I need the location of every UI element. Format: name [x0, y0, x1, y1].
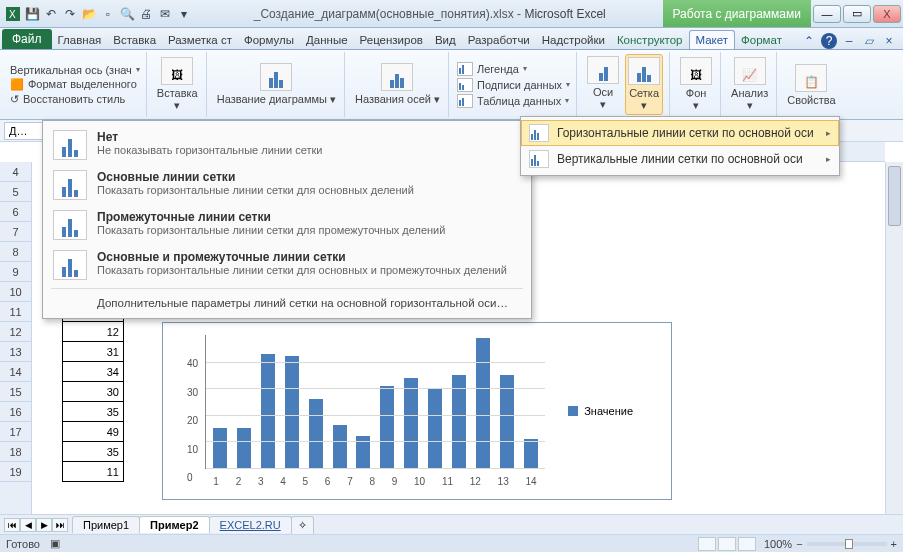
- chart-bar[interactable]: [476, 338, 490, 468]
- doc-restore-icon[interactable]: ▱: [861, 33, 877, 49]
- data-table-button[interactable]: Таблица данных ▾: [457, 93, 570, 109]
- row-header[interactable]: 13: [0, 342, 31, 362]
- page-layout-view-icon[interactable]: [718, 537, 736, 551]
- tab-insert[interactable]: Вставка: [107, 31, 162, 49]
- horizontal-gridlines-item[interactable]: Горизонтальные линии сетки по основной о…: [521, 120, 839, 146]
- gridlines-minor-item[interactable]: Промежуточные линии сеткиПоказать горизо…: [43, 205, 531, 245]
- analysis-button[interactable]: 📈 Анализ▾: [729, 55, 770, 114]
- row-header[interactable]: 12: [0, 322, 31, 342]
- zoom-slider[interactable]: [807, 542, 887, 546]
- cell[interactable]: 12: [62, 322, 124, 342]
- row-header[interactable]: 17: [0, 422, 31, 442]
- row-header[interactable]: 14: [0, 362, 31, 382]
- zoom-thumb[interactable]: [845, 539, 853, 549]
- gridlines-both-item[interactable]: Основные и промежуточные линии сеткиПока…: [43, 245, 531, 285]
- gridlines-button[interactable]: Сетка▾: [625, 54, 663, 115]
- vertical-scrollbar[interactable]: [885, 162, 903, 514]
- tab-developer[interactable]: Разработчи: [462, 31, 536, 49]
- undo-icon[interactable]: ↶: [42, 5, 60, 23]
- maximize-button[interactable]: ▭: [843, 5, 871, 23]
- cell[interactable]: 35: [62, 402, 124, 422]
- row-header[interactable]: 8: [0, 242, 31, 262]
- background-button[interactable]: 🖼 Фон▾: [678, 55, 714, 114]
- file-tab[interactable]: Файл: [2, 29, 52, 49]
- tab-formulas[interactable]: Формулы: [238, 31, 300, 49]
- sheet-next-icon[interactable]: ▶: [36, 518, 52, 532]
- minimize-ribbon-icon[interactable]: ⌃: [801, 33, 817, 49]
- chart-element-selector[interactable]: Вертикальная ось (знач▾: [10, 63, 140, 77]
- help-icon[interactable]: ?: [821, 33, 837, 49]
- page-break-view-icon[interactable]: [738, 537, 756, 551]
- properties-button[interactable]: 📋 Свойства: [785, 62, 837, 108]
- chart-bar[interactable]: [309, 399, 323, 468]
- chart-bar[interactable]: [404, 378, 418, 468]
- cell[interactable]: 49: [62, 422, 124, 442]
- row-header[interactable]: 5: [0, 182, 31, 202]
- redo-icon[interactable]: ↷: [61, 5, 79, 23]
- row-header[interactable]: 6: [0, 202, 31, 222]
- zoom-level[interactable]: 100%: [764, 538, 792, 550]
- doc-close-icon[interactable]: ×: [881, 33, 897, 49]
- row-header[interactable]: 9: [0, 262, 31, 282]
- minimize-button[interactable]: —: [813, 5, 841, 23]
- email-icon[interactable]: ✉: [156, 5, 174, 23]
- row-header[interactable]: 4: [0, 162, 31, 182]
- new-sheet-button[interactable]: ✧: [291, 516, 314, 534]
- new-icon[interactable]: ▫: [99, 5, 117, 23]
- chart-object[interactable]: 1234567891011121314 Значение 010203040: [162, 322, 672, 500]
- tab-review[interactable]: Рецензиров: [354, 31, 429, 49]
- normal-view-icon[interactable]: [698, 537, 716, 551]
- row-header[interactable]: 19: [0, 462, 31, 482]
- tab-addins[interactable]: Надстройки: [536, 31, 611, 49]
- macro-record-icon[interactable]: ▣: [50, 537, 60, 550]
- cell[interactable]: 35: [62, 442, 124, 462]
- chart-legend[interactable]: Значение: [568, 405, 633, 417]
- gridlines-none-item[interactable]: НетНе показывать горизонтальные линии се…: [43, 125, 531, 165]
- legend-button[interactable]: Легенда ▾: [457, 61, 570, 77]
- sheet-tab[interactable]: EXCEL2.RU: [209, 516, 292, 533]
- close-button[interactable]: X: [873, 5, 901, 23]
- cell[interactable]: 31: [62, 342, 124, 362]
- row-header[interactable]: 16: [0, 402, 31, 422]
- open-icon[interactable]: 📂: [80, 5, 98, 23]
- gridlines-major-item[interactable]: Основные линии сеткиПоказать горизонталь…: [43, 165, 531, 205]
- row-header[interactable]: 7: [0, 222, 31, 242]
- tab-view[interactable]: Вид: [429, 31, 462, 49]
- data-labels-button[interactable]: Подписи данных ▾: [457, 77, 570, 93]
- axes-button[interactable]: Оси▾: [585, 54, 621, 115]
- chart-title-button[interactable]: Название диаграммы ▾: [215, 61, 338, 108]
- row-header[interactable]: 10: [0, 282, 31, 302]
- doc-minimize-icon[interactable]: –: [841, 33, 857, 49]
- tab-data[interactable]: Данные: [300, 31, 354, 49]
- zoom-out-button[interactable]: −: [796, 538, 802, 550]
- quick-print-icon[interactable]: 🖨: [137, 5, 155, 23]
- excel-icon[interactable]: X: [4, 5, 22, 23]
- chart-bar[interactable]: [428, 388, 442, 468]
- row-header[interactable]: 18: [0, 442, 31, 462]
- print-preview-icon[interactable]: 🔍: [118, 5, 136, 23]
- sheet-prev-icon[interactable]: ◀: [20, 518, 36, 532]
- axis-titles-button[interactable]: Названия осей ▾: [353, 61, 442, 108]
- cell[interactable]: 34: [62, 362, 124, 382]
- name-box[interactable]: Д…: [4, 122, 46, 140]
- gridlines-more-options[interactable]: Дополнительные параметры линий сетки на …: [43, 292, 531, 314]
- sheet-first-icon[interactable]: ⏮: [4, 518, 20, 532]
- cell[interactable]: 30: [62, 382, 124, 402]
- insert-button[interactable]: 🖼 Вставка▾: [155, 55, 200, 114]
- tab-home[interactable]: Главная: [52, 31, 108, 49]
- chart-bar[interactable]: [524, 439, 538, 468]
- sheet-last-icon[interactable]: ⏭: [52, 518, 68, 532]
- reset-style-button[interactable]: ↺Восстановить стиль: [10, 92, 140, 107]
- tab-design[interactable]: Конструктор: [611, 31, 689, 49]
- tab-chart-layout[interactable]: Макет: [689, 30, 736, 49]
- format-selection-button[interactable]: 🟧Формат выделенного: [10, 77, 140, 92]
- vertical-gridlines-item[interactable]: Вертикальные линии сетки по основной оси…: [521, 146, 839, 172]
- cell[interactable]: 11: [62, 462, 124, 482]
- zoom-in-button[interactable]: +: [891, 538, 897, 550]
- tab-format[interactable]: Формат: [735, 31, 788, 49]
- qat-more-icon[interactable]: ▾: [175, 5, 193, 23]
- save-icon[interactable]: 💾: [23, 5, 41, 23]
- row-header[interactable]: 15: [0, 382, 31, 402]
- chart-bar[interactable]: [333, 425, 347, 468]
- tab-layout[interactable]: Разметка ст: [162, 31, 238, 49]
